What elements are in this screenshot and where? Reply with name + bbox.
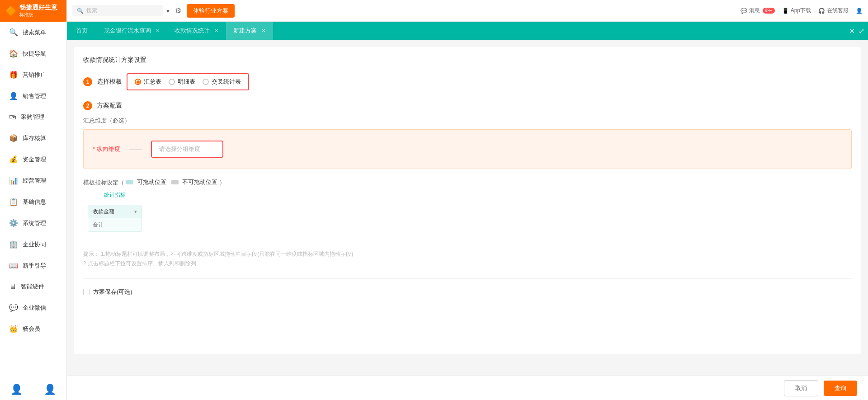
stat-label: 统计指标 bbox=[104, 191, 126, 201]
sidebar-item-label: 畅会员 bbox=[23, 325, 40, 333]
dimension-config: 汇总维度（必选） * 纵向维度 —— 请选择分组维度 bbox=[83, 117, 852, 169]
radio-cross-label: 交叉统计表 bbox=[212, 78, 241, 86]
basic-info-icon: 📋 bbox=[9, 198, 18, 206]
sidebar-item-purchase[interactable]: 🛍 采购管理 bbox=[0, 107, 66, 127]
sidebar-item-marketing[interactable]: 🎁 营销推广 bbox=[0, 64, 66, 85]
tab-new-plan-label: 新建方案 bbox=[233, 27, 257, 35]
sidebar-item-fund[interactable]: 💰 资金管理 bbox=[0, 149, 66, 170]
step2-title: 方案配置 bbox=[97, 102, 122, 110]
hint-item-1: 提示： 1.拖动标题栏可以调整布局，不可跨维度或指标区域拖动栏目字段(只能在同一… bbox=[83, 250, 852, 258]
tab-home-label: 首页 bbox=[76, 27, 88, 35]
sidebar-item-sales[interactable]: 👤 销售管理 bbox=[0, 85, 66, 107]
topbar-dropdown-icon[interactable]: ▾ bbox=[166, 7, 170, 14]
tabbar-close-btn[interactable]: ✕ bbox=[849, 27, 855, 35]
template-radio-group: 汇总表 明细表 交叉统计表 bbox=[135, 78, 241, 86]
topbar: 🔍 搜索 ▾ ⚙ 体验行业方案 💬 消息 99+ 📱 App下载 🎧 在线客服 … bbox=[67, 0, 868, 22]
sidebar-item-guide[interactable]: 📖 新手引导 bbox=[0, 255, 66, 276]
trial-button[interactable]: 体验行业方案 bbox=[187, 4, 235, 18]
sidebar-item-hardware[interactable]: 🖥 智能硬件 bbox=[0, 276, 66, 297]
indicator-header: 模板指标设定（ 可拖动位置 不可拖动位置 ） bbox=[83, 178, 852, 187]
operation-icon: 📊 bbox=[9, 176, 18, 185]
radio-summary-circle bbox=[135, 79, 141, 85]
query-button[interactable]: 查询 bbox=[824, 381, 857, 396]
sidebar-item-quick-nav[interactable]: 🏠 快捷导航 bbox=[0, 43, 66, 64]
radio-detail-label: 明细表 bbox=[178, 78, 195, 86]
brand-icon: 🔶 bbox=[5, 5, 17, 16]
sidebar-item-label: 智能硬件 bbox=[21, 282, 44, 291]
tab-collection-stat[interactable]: 收款情况统计 ✕ bbox=[167, 22, 226, 40]
template-options-box: 汇总表 明细表 交叉统计表 bbox=[127, 73, 249, 90]
notification-item[interactable]: 💬 消息 99+ bbox=[741, 7, 775, 14]
fund-icon: 💰 bbox=[9, 155, 18, 164]
hint-section: 提示： 1.拖动标题栏可以调整布局，不可跨维度或指标区域拖动栏目字段(只能在同一… bbox=[83, 243, 852, 268]
tab-bank-flow[interactable]: 现金银行流水查询 ✕ bbox=[97, 22, 167, 40]
sidebar-item-search-menu[interactable]: 🔍 搜索菜单 bbox=[0, 22, 66, 43]
fixed-drag-tag bbox=[171, 180, 179, 184]
download-item[interactable]: 📱 App下载 bbox=[782, 7, 811, 14]
topbar-search-box[interactable]: 🔍 搜索 bbox=[72, 5, 163, 16]
movable-drag-tag bbox=[126, 180, 133, 184]
indicator-label-text: 模板指标设定（ bbox=[83, 179, 124, 186]
sidebar-item-operation[interactable]: 📊 经营管理 bbox=[0, 170, 66, 191]
wechat-icon: 💬 bbox=[9, 303, 18, 312]
sidebar-avatar1[interactable]: 👤 bbox=[10, 384, 23, 395]
tab-new-plan[interactable]: 新建方案 ✕ bbox=[226, 22, 273, 40]
step1-badge: 1 bbox=[83, 77, 92, 86]
sidebar-item-enterprise[interactable]: 🏢 企业协同 bbox=[0, 234, 66, 255]
sidebar-item-label: 资金管理 bbox=[23, 155, 46, 164]
indicator-settings: 模板指标设定（ 可拖动位置 不可拖动位置 ） 统计指标 收 bbox=[83, 178, 852, 232]
sidebar-item-system[interactable]: ⚙️ 系统管理 bbox=[0, 212, 66, 234]
radio-cross[interactable]: 交叉统计表 bbox=[203, 78, 241, 86]
cancel-button[interactable]: 取消 bbox=[784, 380, 818, 396]
dim-arrow: —— bbox=[129, 146, 142, 153]
member-icon: 👑 bbox=[9, 325, 18, 333]
tab-bank-flow-label: 现金银行流水查询 bbox=[104, 27, 151, 35]
fixed-label: 不可拖动位置 bbox=[182, 178, 217, 186]
system-icon: ⚙️ bbox=[9, 219, 18, 227]
step1-header: 1 选择模板 汇总表 明细表 bbox=[83, 73, 852, 90]
page-title: 收款情况统计方案设置 bbox=[83, 56, 852, 64]
save-label: 方案保存(可选) bbox=[93, 288, 132, 296]
notification-label: 消息 bbox=[749, 7, 760, 14]
tabbar-expand-btn[interactable]: ⤢ bbox=[859, 27, 864, 35]
user-item[interactable]: 👤 bbox=[856, 8, 863, 14]
sidebar-item-wechat[interactable]: 💬 企业微信 bbox=[0, 297, 66, 318]
tab-collection-stat-close[interactable]: ✕ bbox=[214, 28, 219, 34]
gear-icon[interactable]: ⚙ bbox=[173, 6, 183, 15]
sidebar-item-basic-info[interactable]: 📋 基础信息 bbox=[0, 191, 66, 212]
notification-icon: 💬 bbox=[741, 8, 747, 14]
sidebar-item-label: 企业协同 bbox=[23, 240, 46, 249]
support-item[interactable]: 🎧 在线客服 bbox=[818, 7, 849, 14]
indicator-block-header[interactable]: 收款金额 ▾ bbox=[88, 205, 142, 218]
dim-select[interactable]: 请选择分组维度 bbox=[151, 141, 223, 158]
topbar-right: 💬 消息 99+ 📱 App下载 🎧 在线客服 👤 bbox=[741, 7, 863, 14]
notification-badge: 99+ bbox=[763, 8, 775, 14]
sidebar-avatar2[interactable]: 👤 bbox=[44, 384, 56, 395]
radio-summary[interactable]: 汇总表 bbox=[135, 78, 161, 86]
sidebar-item-label: 采购管理 bbox=[21, 113, 44, 121]
sidebar-item-label: 库存核算 bbox=[23, 134, 46, 142]
indicator-block: 收款金额 ▾ 合计 bbox=[88, 205, 142, 232]
hint-item-2: 2.点击标题栏下拉可设置排序、插入列和删除列 bbox=[83, 260, 852, 268]
brand-name: 畅捷通好生意 bbox=[19, 4, 57, 12]
save-checkbox[interactable] bbox=[83, 289, 90, 295]
sidebar-item-inventory[interactable]: 📦 库存核算 bbox=[0, 127, 66, 149]
movable-label: 可拖动位置 bbox=[137, 178, 166, 186]
step1-section: 1 选择模板 汇总表 明细表 bbox=[83, 73, 852, 90]
search-placeholder: 搜索 bbox=[86, 7, 97, 14]
sidebar-item-member[interactable]: 👑 畅会员 bbox=[0, 318, 66, 339]
indicator-block-body: 合计 bbox=[88, 218, 142, 231]
sidebar-item-label: 搜索菜单 bbox=[23, 28, 46, 37]
sidebar-item-label: 基础信息 bbox=[23, 198, 46, 206]
radio-detail[interactable]: 明细表 bbox=[169, 78, 195, 86]
tab-bank-flow-close[interactable]: ✕ bbox=[156, 28, 160, 34]
sidebar-item-label: 营销推广 bbox=[23, 71, 46, 79]
tabbar: 首页 现金银行流水查询 ✕ 收款情况统计 ✕ 新建方案 ✕ ✕ ⤢ bbox=[67, 22, 868, 40]
tab-collection-stat-label: 收款情况统计 bbox=[175, 27, 210, 35]
sidebar-bottom: 👤 👤 bbox=[0, 379, 66, 400]
search-icon: 🔍 bbox=[77, 8, 84, 14]
user-avatar: 👤 bbox=[856, 8, 863, 14]
tab-home[interactable]: 首页 bbox=[67, 22, 97, 40]
tab-new-plan-close[interactable]: ✕ bbox=[261, 28, 266, 34]
radio-detail-circle bbox=[169, 79, 175, 85]
